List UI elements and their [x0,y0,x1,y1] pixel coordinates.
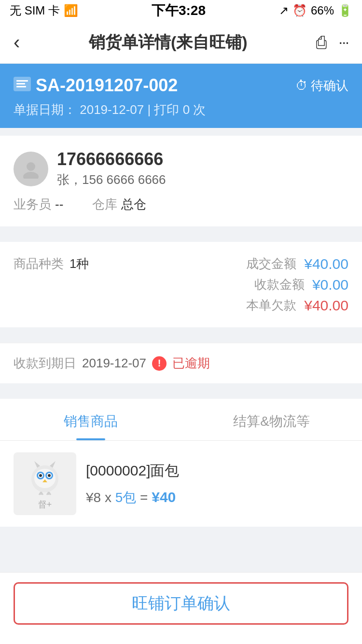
more-button[interactable]: ··· [338,33,348,51]
customer-phone: 17666666666 [57,149,166,169]
status-clock-icon: ⏱ [295,78,308,93]
divider-3 [0,383,362,391]
tabs-row: 销售商品 结算&物流等 [0,399,362,441]
order-header-card: SA-20191207-002 ⏱ 待确认 单据日期： 2019-12-07 |… [0,64,362,128]
product-name: [0000002]面包 [86,461,348,481]
svg-rect-2 [16,83,25,84]
svg-point-9 [34,469,56,488]
warehouse-label: 仓库 [92,196,117,213]
received-value: ¥0.00 [312,277,348,293]
tab-sales-label: 销售商品 [64,414,118,429]
sales-label: 业务员 [14,196,51,213]
svg-point-5 [23,172,39,179]
share-button[interactable]: ⎙ [316,32,327,53]
alarm-icon: ⏰ [292,4,307,17]
product-image: 督+ [14,452,76,515]
product-price: ¥8 x 5包 = ¥40 [86,489,348,507]
back-button[interactable]: ‹ [14,31,20,53]
owed-label: 本单欠款 [246,297,296,314]
amount-value: ¥40.00 [304,256,348,272]
divider-2 [0,327,362,335]
page-title: 销货单详情(来自旺铺) [89,31,248,54]
nav-bar: ‹ 销货单详情(来自旺铺) ⎙ ··· [0,21,362,64]
price-prefix: ¥8 x [86,490,115,505]
bottom-bar: 旺铺订单确认 [0,572,362,644]
due-date-label: 收款到期日 [14,355,76,372]
product-total: ¥40 [152,489,176,505]
order-date-line: 单据日期： 2019-12-07 | 打印 0 次 [14,101,348,118]
customer-section: 17666666666 张，156 6666 6666 业务员 -- 仓库 总仓 [0,136,362,226]
product-details: [0000002]面包 ¥8 x 5包 = ¥40 [86,461,348,507]
status-text: 待确认 [311,77,348,94]
overdue-section: 收款到期日 2019-12-07 ! 已逾期 [0,343,362,383]
print-suffix: 次 [193,102,206,117]
warehouse-value: 总仓 [121,196,146,213]
tabs-section: 销售商品 结算&物流等 [0,399,362,527]
customer-info: 17666666666 张，156 6666 6666 [57,149,166,188]
customer-meta: 业务员 -- 仓库 总仓 [14,196,348,213]
customer-name: 张，156 6666 6666 [57,171,166,188]
svg-rect-3 [16,86,26,87]
product-qty: 5包 [115,490,137,505]
product-list: 督+ [0000002]面包 ¥8 x 5包 = ¥40 [0,441,362,527]
product-type-label: 商品种类 [14,255,64,272]
summary-section: 商品种类 1种 成交金额 ¥40.00 收款金额 ¥0.00 本单欠款 ¥40.… [0,242,362,327]
avatar [14,152,48,186]
product-type: 商品种类 1种 [14,255,89,272]
owed-value: ¥40.00 [304,297,348,314]
overdue-alert-icon: ! [152,356,167,371]
tab-settlement-label: 结算&物流等 [233,414,310,429]
date-label: 单据日期： [14,102,76,117]
confirm-order-button[interactable]: 旺铺订单确认 [14,582,348,625]
battery-icon: 🔋 [338,4,352,17]
status-time: 下午3:28 [152,1,206,20]
svg-point-14 [39,474,42,477]
tab-settlement[interactable]: 结算&物流等 [181,399,362,440]
order-date-value: 2019-12-07 [80,102,144,117]
amount-summary: 成交金额 ¥40.00 收款金额 ¥0.00 本单欠款 ¥40.00 [246,255,348,314]
warehouse-item: 仓库 总仓 [92,196,146,213]
order-id-text: SA-20191207-002 [36,75,178,96]
location-icon: ↗ [279,4,289,17]
print-count: 0 [183,102,190,117]
svg-point-4 [27,162,35,171]
received-label: 收款金额 [254,276,305,293]
sales-value: -- [55,197,63,212]
wifi-icon: 📶 [64,4,78,17]
status-bar: 无 SIM 卡 📶 下午3:28 ↗ ⏰ 66% 🔋 [0,0,362,21]
tab-sales-products[interactable]: 销售商品 [0,399,181,440]
product-type-value: 1种 [70,255,89,272]
amount-row: 成交金额 ¥40.00 [246,255,348,272]
owed-row: 本单欠款 ¥40.00 [246,297,348,314]
divider-1 [0,226,362,234]
sim-label: 无 SIM 卡 [10,3,60,18]
overdue-text: 已逾期 [172,355,210,372]
equals-sign: = [136,490,152,505]
product-row: 督+ [0000002]面包 ¥8 x 5包 = ¥40 [14,452,348,515]
sales-item: 业务员 -- [14,196,63,213]
received-row: 收款金额 ¥0.00 [254,276,348,293]
nav-actions: ⎙ ··· [316,32,348,53]
order-icon [14,77,31,95]
status-left: 无 SIM 卡 📶 [10,3,78,18]
print-label: | 打印 [147,102,182,117]
battery-label: 66% [311,4,334,17]
due-date-value: 2019-12-07 [82,356,146,371]
amount-label: 成交金额 [246,255,296,272]
status-right: ↗ ⏰ 66% 🔋 [279,4,352,17]
order-status: ⏱ 待确认 [295,77,348,94]
svg-point-15 [48,474,51,477]
svg-rect-1 [16,80,28,82]
owl-icon: 督+ [26,457,64,510]
order-id: SA-20191207-002 [14,75,178,96]
